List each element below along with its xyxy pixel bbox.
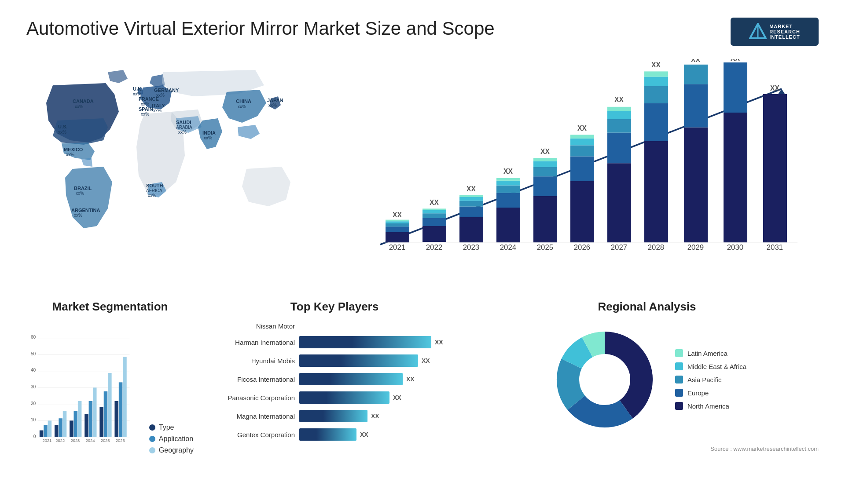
svg-text:10: 10 xyxy=(31,417,36,422)
svg-rect-52 xyxy=(459,201,483,206)
svg-text:2031: 2031 xyxy=(767,243,783,252)
svg-text:xx%: xx% xyxy=(141,112,149,117)
svg-rect-141 xyxy=(123,357,127,437)
regional-section: Regional Analysis xyxy=(475,300,819,454)
svg-rect-94 xyxy=(684,65,708,84)
svg-text:ITALY: ITALY xyxy=(152,103,165,108)
chart-section: XX 2021 XX 2022 XX 2023 xyxy=(343,59,819,282)
donut-wrap: Latin America Middle East & Africa Asia … xyxy=(475,322,819,437)
legend-north-america: North America xyxy=(675,402,746,410)
svg-text:AFRICA: AFRICA xyxy=(146,188,162,193)
svg-rect-73 xyxy=(570,145,594,156)
svg-text:2026: 2026 xyxy=(574,243,590,252)
legend-middle-east-africa: Middle East & Africa xyxy=(675,362,746,370)
svg-text:CANADA: CANADA xyxy=(73,99,94,104)
bottom-section: Market Segmentation 0 10 20 30 40 50 60 xyxy=(26,300,819,454)
svg-rect-121 xyxy=(48,420,52,437)
svg-rect-54 xyxy=(459,195,483,197)
svg-text:GERMANY: GERMANY xyxy=(154,88,179,93)
svg-text:2026: 2026 xyxy=(116,438,125,443)
svg-rect-67 xyxy=(533,161,557,167)
svg-rect-93 xyxy=(684,84,708,127)
svg-rect-60 xyxy=(496,181,520,186)
svg-rect-57 xyxy=(496,208,520,242)
legend-text-middle-east-africa: Middle East & Africa xyxy=(687,363,746,370)
svg-rect-86 xyxy=(644,103,668,141)
svg-rect-81 xyxy=(607,111,631,119)
legend-label-geography: Geography xyxy=(159,446,194,454)
svg-text:2023: 2023 xyxy=(463,243,479,252)
segmentation-title: Market Segmentation xyxy=(26,300,194,314)
svg-text:2021: 2021 xyxy=(42,438,51,443)
svg-rect-45 xyxy=(422,213,446,218)
svg-rect-132 xyxy=(89,401,93,437)
svg-rect-74 xyxy=(570,139,594,146)
svg-text:SAUDI: SAUDI xyxy=(176,120,191,125)
legend-dot-application xyxy=(149,436,155,442)
svg-text:xx%: xx% xyxy=(148,193,156,198)
legend-europe: Europe xyxy=(675,389,746,397)
svg-rect-37 xyxy=(386,226,409,232)
player-name: Magna International xyxy=(211,413,295,420)
svg-rect-129 xyxy=(78,401,82,437)
svg-rect-39 xyxy=(386,221,409,223)
svg-rect-133 xyxy=(93,387,97,437)
svg-text:xx%: xx% xyxy=(238,104,246,109)
player-row: Nissan Motor xyxy=(211,322,458,330)
svg-rect-98 xyxy=(724,62,747,113)
svg-rect-139 xyxy=(114,401,118,437)
svg-text:2025: 2025 xyxy=(101,438,110,443)
legend-label-type: Type xyxy=(159,424,174,431)
player-bar-wrap: XX xyxy=(299,410,458,422)
world-map-svg: CANADA xx% U.S. xx% MEXICO xx% BRAZIL xx… xyxy=(26,59,326,244)
svg-text:xx%: xx% xyxy=(76,191,84,196)
svg-rect-61 xyxy=(496,178,520,181)
svg-text:U.S.: U.S. xyxy=(58,124,67,129)
donut-legend: Latin America Middle East & Africa Asia … xyxy=(675,349,746,410)
svg-text:xx%: xx% xyxy=(156,93,165,98)
legend-text-europe: Europe xyxy=(687,389,709,397)
page-title: Automotive Virtual Exterior Mirror Marke… xyxy=(26,18,495,40)
svg-rect-46 xyxy=(422,210,446,213)
player-name: Hyundai Mobis xyxy=(211,357,295,365)
svg-rect-43 xyxy=(422,226,446,242)
svg-text:xx%: xx% xyxy=(66,152,74,157)
svg-rect-64 xyxy=(533,196,557,243)
bar-chart: XX 2021 XX 2022 XX 2023 xyxy=(343,59,819,282)
svg-text:xx%: xx% xyxy=(204,135,212,140)
svg-rect-89 xyxy=(644,71,668,77)
svg-text:2022: 2022 xyxy=(426,243,442,252)
player-bar-wrap: XX xyxy=(299,354,458,367)
player-bar xyxy=(299,410,367,422)
legend-text-north-america: North America xyxy=(687,402,729,410)
player-bar xyxy=(299,336,431,348)
svg-text:FRANCE: FRANCE xyxy=(139,96,159,102)
legend-dot-geography xyxy=(149,447,155,453)
svg-text:XX: XX xyxy=(651,61,661,69)
svg-rect-128 xyxy=(73,411,77,437)
logo-line1: MARKET xyxy=(769,24,800,29)
segmentation-chart: 0 10 20 30 40 50 60 xyxy=(26,322,132,454)
legend-color-north-america xyxy=(675,402,683,410)
svg-text:CHINA: CHINA xyxy=(236,99,251,104)
svg-text:ARABIA: ARABIA xyxy=(176,125,192,130)
svg-rect-53 xyxy=(459,197,483,201)
svg-text:U.K.: U.K. xyxy=(133,86,143,91)
svg-text:JAPAN: JAPAN xyxy=(267,98,283,103)
svg-rect-51 xyxy=(459,207,483,217)
svg-rect-88 xyxy=(644,77,668,86)
svg-rect-136 xyxy=(104,391,108,437)
player-bar-label: XX xyxy=(435,339,443,346)
svg-text:2029: 2029 xyxy=(687,243,704,252)
svg-text:2028: 2028 xyxy=(648,243,664,252)
player-bar-label: XX xyxy=(371,413,379,420)
player-name: Harman Inernational xyxy=(211,339,295,346)
legend-asia-pacific: Asia Pacific xyxy=(675,376,746,383)
legend-application: Application xyxy=(149,435,194,443)
svg-text:20: 20 xyxy=(31,401,36,406)
svg-rect-59 xyxy=(496,186,520,193)
svg-text:XX: XX xyxy=(503,168,513,175)
svg-text:2030: 2030 xyxy=(727,243,743,252)
svg-rect-66 xyxy=(533,167,557,177)
logo-container: MARKET RESEARCH INTELLECT xyxy=(731,18,819,46)
